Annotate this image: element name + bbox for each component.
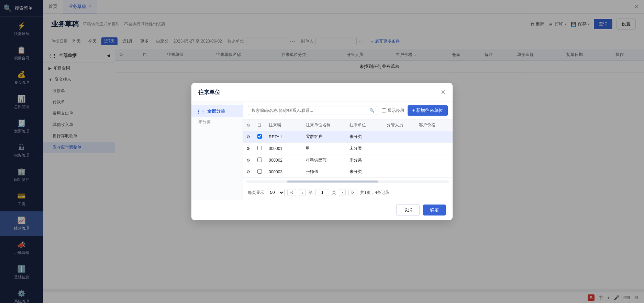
show-disabled-label[interactable]: 显示停用 — [382, 108, 404, 114]
row-price — [415, 131, 453, 143]
row-category: 未分类 — [346, 143, 383, 154]
row-settings: ⚙ — [243, 166, 254, 178]
row-name: 张师傅 — [302, 166, 346, 178]
row-code: 000003 — [265, 166, 302, 178]
modal-close-btn[interactable]: ✕ — [441, 89, 446, 96]
modal-search-box: 🔍 — [248, 106, 378, 115]
modal-overlay[interactable]: 往来单位 ✕ ⋮⋮ 全部分类 未分类 🔍 — [0, 0, 644, 303]
page-suffix: 页 — [332, 190, 336, 196]
row-name: 甲 — [302, 143, 346, 154]
row-category: 未分类 — [346, 154, 383, 166]
modal-search-input[interactable] — [252, 108, 367, 113]
row-settings: ⚙ — [243, 143, 254, 154]
horizontal-scrollbar[interactable] — [243, 178, 453, 185]
row-settings: ⚙ — [243, 131, 254, 143]
modal-col-settings[interactable]: ⚙ — [243, 119, 254, 131]
grid-icon-small: ⋮⋮ — [196, 109, 205, 114]
show-disabled-checkbox[interactable] — [382, 108, 386, 113]
row-category: 未分类 — [346, 131, 383, 143]
modal-col-select[interactable]: ☐ — [254, 119, 265, 131]
modal-col-manager: 分管人员 — [383, 119, 415, 131]
modal-search-icon[interactable]: 🔍 — [369, 108, 375, 113]
page-prev-btn[interactable]: ‹ — [299, 189, 306, 196]
row-select[interactable] — [254, 143, 265, 154]
table-row[interactable]: ⚙ 000002 材料供应商 未分类 — [243, 154, 453, 166]
page-total: 共1页，4条记录 — [360, 190, 389, 196]
page-input[interactable] — [315, 189, 329, 196]
row-name: 材料供应商 — [302, 154, 346, 166]
per-page-label: 每页显示 — [248, 190, 264, 196]
modal-table: ⚙ ☐ 往来编... 往来单位名称 往来单位... 分管人员 客户价格... — [243, 119, 453, 178]
table-row[interactable]: ⚙ 000003 张师傅 未分类 — [243, 166, 453, 178]
row-manager — [383, 154, 415, 166]
modal-col-category: 往来单位... — [346, 119, 383, 131]
modal-col-price: 客户价格... — [415, 119, 453, 131]
row-select[interactable] — [254, 131, 265, 143]
row-price — [415, 143, 453, 154]
modal-sidebar-all[interactable]: ⋮⋮ 全部分类 — [191, 105, 243, 117]
table-row[interactable]: ⚙ 000001 甲 未分类 — [243, 143, 453, 154]
pagination: 每页显示 50 100 ⊲ ‹ 第 页 › ⊳ 共1页，4条记录 — [243, 185, 453, 200]
confirm-btn[interactable]: 确定 — [423, 205, 446, 215]
row-price — [415, 154, 453, 166]
modal-title: 往来单位 — [198, 89, 220, 96]
cancel-btn[interactable]: 取消 — [396, 204, 420, 216]
counterpart-modal: 往来单位 ✕ ⋮⋮ 全部分类 未分类 🔍 — [191, 83, 453, 220]
modal-body: ⋮⋮ 全部分类 未分类 🔍 显示停用 — [191, 102, 453, 200]
row-select[interactable] — [254, 166, 265, 178]
modal-toolbar: 🔍 显示停用 + 新增往来单位 — [243, 102, 453, 119]
page-last-btn[interactable]: ⊳ — [348, 189, 357, 196]
modal-col-code: 往来编... — [265, 119, 302, 131]
row-settings: ⚙ — [243, 154, 254, 166]
scrollbar-track — [246, 180, 449, 183]
row-code: RETAIL_... — [265, 131, 302, 143]
add-counterpart-btn[interactable]: + 新增往来单位 — [408, 105, 448, 116]
row-code: 000001 — [265, 143, 302, 154]
row-manager — [383, 166, 415, 178]
page-next-btn[interactable]: › — [339, 189, 346, 196]
modal-header: 往来单位 ✕ — [191, 83, 453, 102]
modal-sidebar: ⋮⋮ 全部分类 未分类 — [191, 102, 243, 200]
page-label: 第 — [309, 190, 313, 196]
modal-content: 🔍 显示停用 + 新增往来单位 ⚙ ☐ — [243, 102, 453, 200]
per-page-select[interactable]: 50 100 — [267, 189, 285, 196]
scrollbar-thumb[interactable] — [287, 180, 378, 183]
modal-table-wrap: ⚙ ☐ 往来编... 往来单位名称 往来单位... 分管人员 客户价格... — [243, 119, 453, 178]
row-code: 000002 — [265, 154, 302, 166]
modal-sidebar-uncat[interactable]: 未分类 — [191, 117, 243, 127]
row-price — [415, 166, 453, 178]
table-row[interactable]: ⚙ RETAIL_... 零散客户 未分类 — [243, 131, 453, 143]
row-category: 未分类 — [346, 166, 383, 178]
modal-col-name: 往来单位名称 — [302, 119, 346, 131]
row-manager — [383, 143, 415, 154]
row-select[interactable] — [254, 154, 265, 166]
modal-action-footer: 取消 确定 — [191, 200, 453, 220]
row-name: 零散客户 — [302, 131, 346, 143]
page-first-btn[interactable]: ⊲ — [287, 189, 296, 196]
row-manager — [383, 131, 415, 143]
